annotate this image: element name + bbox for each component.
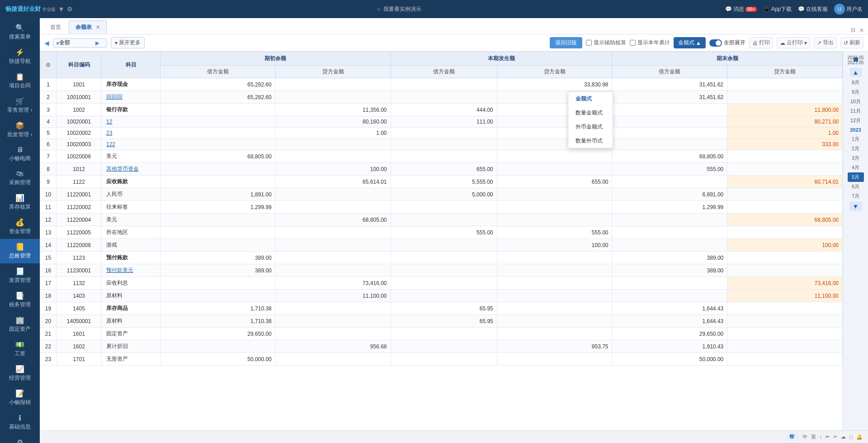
table-row-open-debit — [160, 116, 276, 128]
table-row-close-credit — [727, 226, 843, 239]
sidebar-item-salary[interactable]: 💵 工资 — [0, 337, 40, 361]
sidebar-item-purchase[interactable]: 🛍 采购管理 — [0, 166, 40, 190]
edit-icon[interactable]: ✏ — [826, 434, 830, 440]
tab-home[interactable]: 首页 — [43, 20, 68, 34]
lang-zh[interactable]: 中 — [802, 433, 807, 440]
th-period-credit: 贷方金额 — [497, 66, 612, 78]
period-12[interactable]: 12月 — [848, 116, 864, 125]
dropdown-item-qty-foreign[interactable]: 数量外币式 — [568, 134, 613, 148]
message-btn[interactable]: 💬 消息 99+ — [725, 5, 757, 13]
table-row-period-debit — [391, 353, 497, 366]
sidebar-item-search[interactable]: 🔍 搜索菜单 — [0, 20, 40, 44]
period-5[interactable]: 5月 — [848, 172, 864, 182]
search-input[interactable] — [59, 40, 95, 46]
window-close-btn[interactable]: ✕ — [859, 27, 864, 34]
lang-en[interactable]: 英 — [811, 433, 816, 440]
show-assist-check[interactable]: 显示辅助核算 — [586, 39, 626, 47]
th-settings[interactable]: ⚙ — [40, 52, 57, 78]
nav-back[interactable]: ◀ — [44, 39, 49, 47]
help-btn[interactable]: 帮 — [785, 433, 799, 441]
cloud-print-btn[interactable]: ☁ 云打印 ▾ — [777, 37, 810, 48]
ytd-checkbox[interactable] — [630, 40, 636, 46]
sidebar-item-retail[interactable]: 🛒 零售管理 › — [0, 93, 40, 118]
sidebar-item-capital[interactable]: 💰 资金管理 — [0, 214, 40, 239]
window-icon[interactable]: □ — [849, 434, 853, 440]
assist-checkbox[interactable] — [586, 40, 592, 46]
notification-icon[interactable]: 🔔 — [856, 434, 863, 440]
sidebar-item-tax[interactable]: 📑 税务管理 — [0, 288, 40, 312]
sidebar-item-shortcut[interactable]: ⚡ 快捷导航 — [0, 44, 40, 69]
period-4[interactable]: 4月 — [848, 163, 864, 172]
table-row-subject[interactable]: 12 — [102, 116, 160, 128]
sidebar-item-report[interactable]: 📝 小畅报销 — [0, 386, 40, 410]
tab-close-btn[interactable]: ✕ — [96, 24, 100, 30]
assist-label: 显示辅助核算 — [594, 39, 626, 47]
period-2[interactable]: 2月 — [848, 144, 864, 153]
table-row-subject: 累计折旧 — [102, 340, 160, 353]
dropdown-arrow[interactable]: ▾ — [59, 4, 63, 14]
dropdown-item-foreign[interactable]: 外币金额式 — [568, 120, 613, 134]
period-down-btn[interactable]: ▼ — [849, 202, 862, 211]
table-row-subject[interactable]: 回回回 — [102, 91, 160, 104]
user-avatar[interactable]: U 用户名 — [834, 4, 863, 14]
toggle-knob[interactable] — [709, 39, 722, 47]
period-1[interactable]: 1月 — [848, 134, 864, 144]
sidebar-item-wholesale[interactable]: 📦 批发管理 › — [0, 118, 40, 142]
print-btn[interactable]: 🖨 打印 — [749, 37, 773, 48]
scroll-up-icon[interactable]: ↑ — [820, 434, 822, 440]
settings-icon[interactable]: ⚙ — [67, 5, 73, 13]
mode-btn[interactable]: 金额式 ▲ — [674, 37, 706, 48]
table-row-no: 10 — [40, 188, 57, 201]
period-11[interactable]: 11月 — [848, 106, 864, 116]
period-3[interactable]: 3月 — [848, 153, 864, 163]
goback-btn[interactable]: 退回旧版 — [550, 37, 582, 48]
table-row-subject[interactable]: 预付款美元 — [102, 264, 160, 277]
expand-all-toggle[interactable]: 全部展开 — [709, 39, 745, 47]
sidebar-item-general[interactable]: 📒 总账管理 — [0, 239, 40, 263]
table-row-no: 23 — [40, 353, 57, 366]
refresh-btn[interactable]: ↺ 刷新 — [840, 37, 863, 48]
print-icon: 🖨 — [752, 40, 758, 46]
table-row-code: 10020003 — [57, 139, 102, 150]
online-service-btn[interactable]: 💬 在线客服 — [798, 5, 828, 13]
message-badge: 99+ — [745, 7, 757, 12]
app-download-btn[interactable]: 📱 App下载 — [763, 5, 792, 13]
table-row: 221602累计折旧956.68953.751,910.43 — [40, 340, 843, 353]
sidebar-item-project[interactable]: 📋 项目合同 — [0, 69, 40, 93]
table-row-code: 10010001 — [57, 91, 102, 104]
period-8[interactable]: 8月 — [848, 78, 864, 87]
report-icon: 📝 — [2, 389, 38, 398]
expand-more-btn[interactable]: ▾ 展开更多 — [111, 37, 145, 48]
window-restore-btn[interactable]: ⧉ — [851, 26, 855, 34]
sidebar-item-system[interactable]: ⚙ 系统管理 — [0, 434, 40, 443]
sidebar-item-fixed[interactable]: 🏢 固定资产 — [0, 312, 40, 337]
export-btn[interactable]: ↗ 导出 — [814, 37, 837, 48]
table-row-subject[interactable]: 其他货币资金 — [102, 163, 160, 176]
dropdown-item-amount[interactable]: 金额式 — [568, 92, 613, 106]
table-row: 1211220004美元68,805.0068,805.00 — [40, 214, 843, 226]
sidebar-item-ecommerce[interactable]: 🖥 小畅电商 — [0, 142, 40, 166]
cut-icon[interactable]: ✂ — [833, 434, 837, 440]
sidebar-item-basic[interactable]: ℹ 基础信息 — [0, 410, 40, 434]
table-row-subject[interactable]: 23 — [102, 128, 160, 139]
period-6[interactable]: 6月 — [848, 182, 864, 191]
cloud-status-icon[interactable]: ☁ — [841, 434, 846, 440]
period-9[interactable]: 9月 — [848, 87, 864, 97]
show-ytd-check[interactable]: 显示本年累计 — [630, 39, 670, 47]
tab-balance[interactable]: 余额表 ✕ — [69, 20, 107, 34]
table-row-close-credit — [727, 302, 843, 315]
sidebar-item-invoice[interactable]: 🧾 发票管理 — [0, 263, 40, 288]
th-subject: 科目 — [102, 52, 160, 78]
sidebar-item-inventory[interactable]: 📊 库存核算 — [0, 190, 40, 214]
period-up-btn[interactable]: ▲ — [849, 68, 862, 77]
table-row-close-credit: 11,100.00 — [727, 290, 843, 302]
period-10[interactable]: 10月 — [848, 97, 864, 106]
period-7[interactable]: 7月 — [848, 191, 864, 201]
dropdown-item-qty-amount[interactable]: 数量金额式 — [568, 106, 613, 120]
search-arrow[interactable]: ▶ — [95, 40, 99, 46]
sidebar-item-ops[interactable]: 📈 经营管理 — [0, 361, 40, 386]
table-row-close-credit — [727, 91, 843, 104]
table-row-subject[interactable]: 122 — [102, 139, 160, 150]
table-row-period-credit — [497, 150, 612, 163]
demo-link[interactable]: 我要看实例演示 — [383, 5, 421, 13]
